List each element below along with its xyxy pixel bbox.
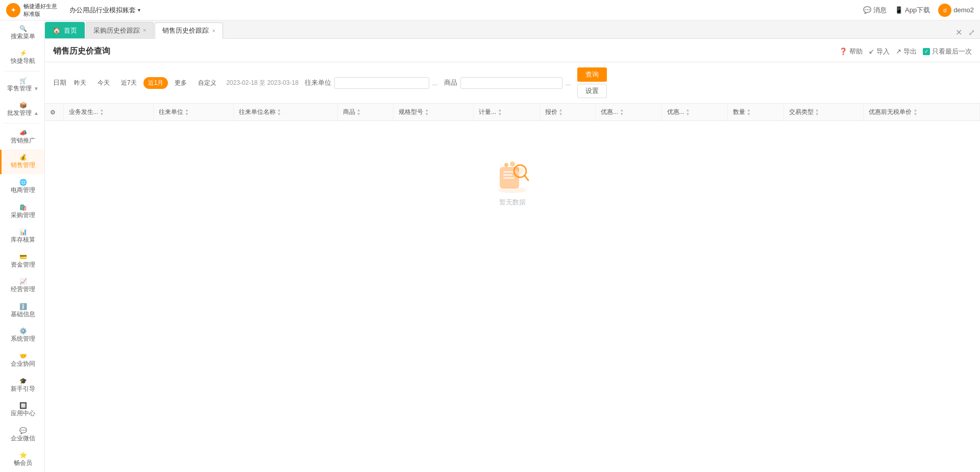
tab-purchase-history[interactable]: 采购历史价跟踪 × bbox=[86, 22, 154, 38]
purchase-icon: 🛍️ bbox=[19, 204, 27, 211]
col-partner-code[interactable]: 往来单位 ▲▼ bbox=[153, 104, 233, 121]
checkbox-only-last[interactable]: ✓ bbox=[923, 48, 930, 55]
col-price[interactable]: 报价 ▲▼ bbox=[540, 104, 596, 121]
filter-btn-group: 查询 设置 bbox=[577, 67, 607, 98]
product-input[interactable] bbox=[460, 77, 562, 89]
date-btn-yesterday[interactable]: 昨天 bbox=[69, 77, 91, 89]
date-filter-group: 日期 昨天 今天 近7天 近1月 更多 自定义 2023-02-18 至 202… bbox=[53, 77, 299, 89]
main-layout: 🔍 搜索菜单 ⚡ 快捷导航 🛒 零售管理 ▼ 📦 批发管理 ▲ 📣 营销推广 bbox=[0, 20, 980, 472]
sidebar-item-app-center[interactable]: 🔲 应用中心 bbox=[0, 397, 44, 422]
sidebar-item-sales-mgmt[interactable]: 💰 销售管理 bbox=[0, 150, 44, 175]
sidebar-item-quick-nav[interactable]: ⚡ 快捷导航 bbox=[0, 45, 44, 70]
chevron-down-icon: ▾ bbox=[138, 7, 140, 13]
product-search-icon[interactable]: ... bbox=[566, 79, 571, 87]
sidebar-item-basic-info[interactable]: ℹ️ 基础信息 bbox=[0, 298, 44, 323]
app-download-btn[interactable]: 📱 App下载 bbox=[895, 6, 930, 15]
search-icon: 🔍 bbox=[19, 25, 27, 32]
avatar: d bbox=[938, 4, 951, 17]
import-icon: ↙ bbox=[869, 48, 874, 55]
close-window-btn[interactable]: ✕ bbox=[954, 27, 963, 38]
date-btn-more[interactable]: 更多 bbox=[170, 77, 191, 89]
col-unit[interactable]: 计量... ▲▼ bbox=[474, 104, 540, 121]
date-btn-custom[interactable]: 自定义 bbox=[193, 77, 221, 89]
page-header: 销售历史价查询 ❓ 帮助 ↙ 导入 ↗ 导出 ✓ bbox=[45, 39, 980, 62]
content-area: 🏠 首页 采购历史价跟踪 × 销售历史价跟踪 × ✕ ⤢ 销售历史价查询 bbox=[45, 20, 980, 472]
sidebar-item-inventory[interactable]: 📊 库存核算 bbox=[0, 224, 44, 249]
empty-text: 暂无数据 bbox=[499, 198, 526, 207]
wechat-icon: 💬 bbox=[19, 427, 27, 434]
col-partner-name[interactable]: 往来单位名称 ▲▼ bbox=[233, 104, 337, 121]
partner-input[interactable] bbox=[334, 77, 429, 89]
sidebar-item-vip-member[interactable]: ⭐ 畅会员 bbox=[0, 447, 44, 472]
page-title-row: 销售历史价查询 ❓ 帮助 ↙ 导入 ↗ 导出 ✓ bbox=[53, 46, 972, 57]
col-biz-date[interactable]: 业务发生... ▲▼ bbox=[63, 104, 153, 121]
sort-arrows-9: ▲▼ bbox=[686, 108, 690, 116]
col-no-tax-price[interactable]: 优惠前无税单价 ▲▼ bbox=[864, 104, 980, 121]
empty-state: 暂无数据 bbox=[45, 121, 980, 227]
app-selector[interactable]: 办公用品行业模拟账套 ▾ bbox=[69, 6, 140, 15]
home-icon: 🏠 bbox=[53, 27, 61, 34]
svg-point-9 bbox=[510, 161, 515, 167]
inventory-icon: 📊 bbox=[19, 228, 27, 235]
sidebar-item-ops-mgmt[interactable]: 📈 经营管理 bbox=[0, 273, 44, 298]
close-icon[interactable]: × bbox=[143, 28, 146, 33]
sort-arrows-12: ▲▼ bbox=[913, 108, 917, 116]
col-spec[interactable]: 规格型号 ▲▼ bbox=[394, 104, 474, 121]
tab-actions: ✕ ⤢ bbox=[954, 27, 980, 38]
sidebar-item-marketing[interactable]: 📣 营销推广 bbox=[0, 125, 44, 150]
col-settings[interactable]: ⚙ bbox=[45, 104, 63, 121]
sort-arrows-5: ▲▼ bbox=[425, 108, 429, 116]
partner-search-icon[interactable]: ... bbox=[432, 79, 438, 87]
top-bar-right: 💬 消息 📱 App下载 d demo2 bbox=[863, 4, 974, 17]
sidebar-item-ecom-mgmt[interactable]: 🌐 电商管理 bbox=[0, 174, 44, 199]
partner-filter-group: 往来单位 ... bbox=[305, 77, 438, 89]
date-label: 日期 bbox=[53, 78, 66, 87]
top-bar-left: ✦ 畅捷通好生意 标准版 办公用品行业模拟账套 ▾ bbox=[6, 3, 140, 17]
svg-rect-4 bbox=[503, 177, 514, 179]
settings-button[interactable]: 设置 bbox=[577, 84, 607, 98]
col-product[interactable]: 商品 ▲▼ bbox=[337, 104, 394, 121]
logo-icon: ✦ bbox=[6, 3, 20, 17]
date-btn-7days[interactable]: 近7天 bbox=[116, 77, 141, 89]
col-quantity[interactable]: 数量 ▲▼ bbox=[727, 104, 783, 121]
partner-label: 往来单位 bbox=[305, 78, 331, 87]
col-discount1[interactable]: 优惠... ▲▼ bbox=[596, 104, 662, 121]
sidebar-item-new-guide[interactable]: 🎓 新手引导 bbox=[0, 373, 44, 398]
sidebar-item-finance-mgmt[interactable]: 💳 资金管理 bbox=[0, 249, 44, 274]
sales-icon: 💰 bbox=[19, 154, 27, 161]
sidebar-item-corp-collab[interactable]: 🤝 企业协同 bbox=[0, 348, 44, 373]
message-btn[interactable]: 💬 消息 bbox=[863, 6, 887, 15]
info-icon: ℹ️ bbox=[19, 303, 27, 310]
sidebar: 🔍 搜索菜单 ⚡ 快捷导航 🛒 零售管理 ▼ 📦 批发管理 ▲ 📣 营销推广 bbox=[0, 20, 45, 472]
sidebar-item-wholesale-mgmt[interactable]: 📦 批发管理 ▲ bbox=[0, 98, 44, 123]
sort-arrows: ▲▼ bbox=[100, 108, 104, 116]
maximize-btn[interactable]: ⤢ bbox=[967, 27, 976, 38]
export-icon: ↗ bbox=[896, 48, 901, 55]
help-btn[interactable]: ❓ 帮助 bbox=[839, 47, 863, 56]
col-trade-type[interactable]: 交易类型 ▲▼ bbox=[783, 104, 864, 121]
svg-point-8 bbox=[504, 163, 508, 167]
filter-row: 日期 昨天 今天 近7天 近1月 更多 自定义 2023-02-18 至 202… bbox=[45, 62, 980, 104]
col-discount2[interactable]: 优惠... ▲▼ bbox=[662, 104, 727, 121]
tab-home[interactable]: 🏠 首页 bbox=[45, 22, 85, 38]
tab-sales-history[interactable]: 销售历史价跟踪 × bbox=[155, 22, 223, 39]
collab-icon: 🤝 bbox=[19, 352, 27, 360]
sort-arrows-4: ▲▼ bbox=[357, 108, 361, 116]
date-btn-1month[interactable]: 近1月 bbox=[143, 77, 168, 89]
sidebar-item-retail-mgmt[interactable]: 🛒 零售管理 ▼ bbox=[0, 73, 44, 98]
user-profile[interactable]: d demo2 bbox=[938, 4, 974, 17]
sidebar-item-purchase-mgmt[interactable]: 🛍️ 采购管理 bbox=[0, 199, 44, 224]
date-btn-today[interactable]: 今天 bbox=[93, 77, 114, 89]
retail-icon: 🛒 bbox=[19, 77, 27, 84]
close-icon-active[interactable]: × bbox=[212, 28, 215, 34]
import-btn[interactable]: ↙ 导入 bbox=[869, 47, 890, 56]
query-button[interactable]: 查询 bbox=[577, 67, 607, 82]
sidebar-item-system-mgmt[interactable]: ⚙️ 系统管理 bbox=[0, 323, 44, 348]
sidebar-item-search-menu[interactable]: 🔍 搜索菜单 bbox=[0, 20, 44, 45]
sidebar-item-corp-wechat[interactable]: 💬 企业微信 bbox=[0, 422, 44, 447]
only-last-checkbox-group[interactable]: ✓ 只看最后一次 bbox=[923, 47, 972, 56]
wholesale-icon: 📦 bbox=[19, 102, 27, 109]
sort-arrows-7: ▲▼ bbox=[559, 108, 563, 116]
export-btn[interactable]: ↗ 导出 bbox=[896, 47, 917, 56]
ecom-icon: 🌐 bbox=[19, 179, 27, 186]
